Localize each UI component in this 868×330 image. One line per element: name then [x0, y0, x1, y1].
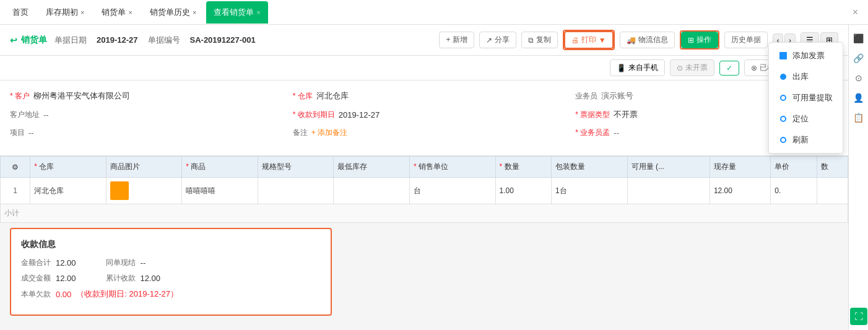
status-bar: 📱 来自手机 ⊙ 未开票 ✓ ⊗ 已核销 ✓ 已生效 — [0, 56, 848, 80]
customer-label: 客户 — [10, 91, 30, 102]
table-wrapper: ⚙ * 仓库 商品图片 * 商品 规格型号 最低库存 * 销售单位 * 数量 包… — [0, 156, 848, 223]
row-number: 1 — [1, 178, 30, 204]
new-button[interactable]: + 新增 — [439, 32, 474, 48]
warehouse-value: 河北仓库 — [316, 90, 349, 102]
print-button[interactable]: 🖨 打印 ▼ — [564, 31, 614, 49]
row-stock: 12.00 — [710, 178, 770, 204]
tab-inventory-close[interactable]: × — [80, 9, 84, 16]
print-highlight-box: 🖨 打印 ▼ — [563, 30, 615, 50]
locate-label: 定位 — [792, 113, 809, 124]
tab-sales-close[interactable]: × — [128, 9, 132, 16]
address-label: 客户地址 — [10, 110, 40, 120]
row-warehouse: 河北仓库 — [30, 178, 106, 204]
phone-icon: 📱 — [617, 64, 626, 72]
col-stock: 现存量 — [710, 157, 770, 178]
col-gear: ⚙ — [1, 157, 30, 178]
tab-inventory[interactable]: 库存期初 × — [38, 1, 92, 24]
deal-amount-label: 成交金额 — [21, 273, 51, 284]
customer-value: 柳州粤港平安气体有限公司 — [33, 90, 130, 102]
row-extra — [817, 178, 848, 204]
refresh-item[interactable]: 刷新 — [769, 129, 843, 150]
doc-number-label: 单据编号 — [148, 35, 180, 46]
ticket-type-value: 不开票 — [614, 109, 638, 120]
history-button[interactable]: 历史单据 — [724, 32, 768, 48]
operation-button[interactable]: ⊞ 操作 — [681, 32, 718, 48]
product-image — [110, 181, 129, 200]
project-label: 项目 — [10, 128, 25, 138]
add-note-button[interactable]: + 添加备注 — [311, 128, 347, 138]
salesperson-label: 业务员孟 — [575, 128, 610, 138]
print-dropdown-arrow: ▼ — [599, 36, 606, 45]
from-phone-label: 来自手机 — [628, 63, 658, 73]
right-icon-screen[interactable]: ⬛ — [850, 30, 867, 47]
tab-view-sales-close[interactable]: × — [256, 9, 260, 16]
note-field: 备注 + 添加备注 — [293, 128, 556, 138]
add-invoice-item[interactable]: 添加发票 — [769, 45, 843, 66]
due-date-label: 收款到期日 — [293, 110, 335, 120]
tab-view-sales[interactable]: 查看销货单 × — [206, 1, 267, 24]
total-value: 12.00 — [56, 258, 76, 267]
note-label: 备注 — [293, 128, 308, 138]
not-open-icon: ⊙ — [677, 64, 683, 72]
doc-date-label: 单据日期 — [54, 35, 87, 46]
outbound-item[interactable]: 出库 — [769, 66, 843, 87]
logistics-icon: 🚚 — [627, 36, 636, 45]
cancel-icon: ⊗ — [751, 64, 757, 72]
warehouse-field: 仓库 河北仓库 — [293, 90, 556, 102]
cumulative-label: 累计收款 — [106, 273, 136, 284]
not-open-label: 未开票 — [685, 63, 708, 73]
due-item: 本单欠款 0.00 （收款到期日: 2019-12-27） — [21, 289, 178, 300]
tab-sales-history[interactable]: 销货单历史 × — [142, 1, 204, 24]
operation-grid-icon: ⊞ — [688, 36, 694, 45]
print-label: 打印 — [581, 35, 596, 45]
right-panel: ⬛ 🔗 ⊙ 👤 📋 ⛶ — [848, 25, 868, 321]
check-done-button[interactable]: ✓ — [719, 61, 739, 76]
refresh-label: 刷新 — [792, 134, 809, 145]
col-spec: 规格型号 — [258, 157, 334, 178]
employee-label: 业务员 — [575, 91, 597, 102]
doc-meta: 单据日期 2019-12-27 单据编号 SA-20191227-001 — [54, 35, 432, 46]
tab-sales-history-label: 销货单历史 — [150, 7, 190, 18]
total-label: 金额合计 — [21, 258, 51, 268]
tab-sales-label: 销货单 — [102, 7, 126, 18]
right-icon-circle[interactable]: ⊙ — [850, 69, 867, 87]
tab-sales-history-close[interactable]: × — [193, 9, 196, 16]
right-icon-user[interactable]: 👤 — [850, 89, 867, 106]
row-price: 0. — [771, 178, 817, 204]
col-price: 单价 — [771, 157, 817, 178]
same-order-item: 同单现结 -- — [106, 258, 146, 268]
form-row-2: 客户地址 -- 收款到期日 2019-12-27 票据类型 不开票 — [10, 109, 838, 120]
logistics-button[interactable]: 🚚 物流信息 — [620, 32, 675, 48]
right-icon-expand[interactable]: ⛶ — [850, 308, 867, 321]
same-order-value: -- — [141, 258, 146, 267]
col-min-stock: 最低库存 — [334, 157, 410, 178]
doc-header: ↩ 销货单 单据日期 2019-12-27 单据编号 SA-20191227-0… — [0, 25, 848, 56]
tab-home[interactable]: 首页 — [5, 1, 36, 24]
subtotal-row: 小计 — [1, 204, 848, 223]
available-qty-item[interactable]: 可用量提取 — [769, 87, 843, 108]
from-phone-button[interactable]: 📱 来自手机 — [610, 59, 665, 76]
col-pack-qty: 包装数量 — [552, 157, 628, 178]
collection-row-2: 成交金额 12.00 累计收款 12.00 — [21, 273, 321, 284]
check-icon: ✓ — [726, 64, 732, 72]
add-invoice-icon — [779, 51, 788, 60]
collection-title: 收款信息 — [21, 239, 321, 250]
collection-row-1: 金额合计 12.00 同单现结 -- — [21, 258, 321, 268]
not-open-button[interactable]: ⊙ 未开票 — [670, 59, 714, 76]
row-unit: 台 — [409, 178, 495, 204]
locate-item[interactable]: 定位 — [769, 108, 843, 129]
main-content: ↩ 销货单 单据日期 2019-12-27 单据编号 SA-20191227-0… — [0, 25, 848, 316]
share-button[interactable]: ↗ 分享 — [479, 32, 516, 48]
product-table: ⚙ * 仓库 商品图片 * 商品 规格型号 最低库存 * 销售单位 * 数量 包… — [0, 156, 848, 223]
outbound-icon — [779, 72, 788, 81]
right-icon-clipboard[interactable]: 📋 — [850, 109, 867, 126]
deal-amount-value: 12.00 — [56, 274, 76, 283]
copy-label: 复制 — [536, 35, 551, 45]
window-close-button[interactable]: × — [848, 4, 863, 20]
doc-title-text: 销货单 — [21, 35, 47, 46]
right-icon-link[interactable]: 🔗 — [850, 50, 867, 67]
customer-field: 客户 柳州粤港平安气体有限公司 — [10, 90, 273, 102]
salesperson-value: -- — [614, 128, 619, 137]
copy-button[interactable]: ⧉ 复制 — [521, 32, 558, 48]
tab-sales[interactable]: 销货单 × — [94, 1, 139, 24]
